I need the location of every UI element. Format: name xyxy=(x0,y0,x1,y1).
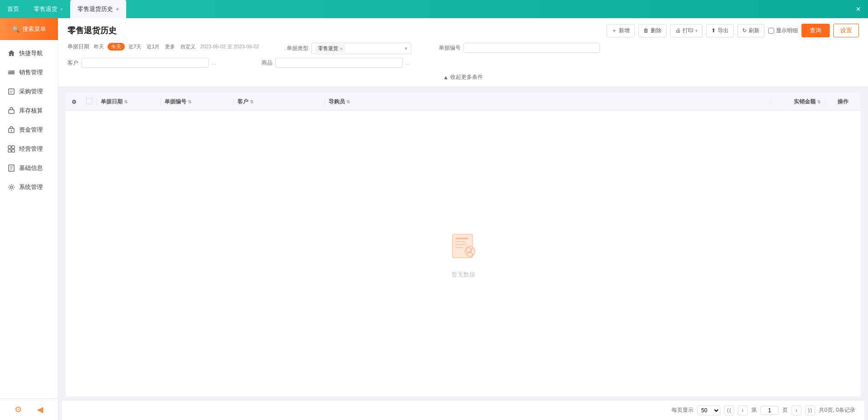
sidebar-item-inventory[interactable]: 库存核算 xyxy=(0,101,58,120)
print-label: 打印 xyxy=(683,27,693,35)
delete-button[interactable]: 🗑 删除 xyxy=(638,24,667,37)
sidebar-item-sales-mgmt[interactable]: 销售管理 xyxy=(0,63,58,82)
date-buttons-group: 昨天 今天 近7天 近1月 更多 自定义 xyxy=(92,43,197,51)
th-guide[interactable]: 导购员 ⇅ xyxy=(324,98,770,106)
filter-row-2: 客户 ... 商品 ... xyxy=(67,58,859,68)
sidebar-item-system-mgmt[interactable]: 系统管理 xyxy=(0,178,58,197)
svg-rect-18 xyxy=(455,247,463,248)
toolbar: ＋ 新增 🗑 删除 🖨 打印 ▾ ⬆ 导出 xyxy=(606,24,859,37)
date-btn-custom[interactable]: 自定义 xyxy=(179,43,197,51)
th-action-label: 操作 xyxy=(837,98,848,106)
search-menu-icon: 🔍 xyxy=(12,26,20,33)
total-info: 共0页, 0条记录 xyxy=(819,406,855,414)
page-label: 第 xyxy=(751,406,757,414)
th-customer[interactable]: 客户 ⇅ xyxy=(233,98,324,106)
tab-retail-return-label: 零售退货 xyxy=(34,5,57,13)
th-date[interactable]: 单据日期 ⇅ xyxy=(97,98,160,106)
svg-rect-5 xyxy=(9,110,14,113)
page-input[interactable] xyxy=(760,406,779,415)
first-page-button[interactable]: ⟨⟨ xyxy=(724,405,734,415)
goods-filter: 商品 ... xyxy=(262,58,410,68)
collapse-row: ▲ 收起更多条件 xyxy=(67,72,859,83)
th-amount[interactable]: 实销金额 ⇅ xyxy=(770,98,824,106)
sidebar-item-quick-nav[interactable]: 快捷导航 xyxy=(0,44,58,63)
collapse-sidebar-icon[interactable]: ◀ xyxy=(37,405,43,415)
new-button[interactable]: ＋ 新增 xyxy=(606,24,635,37)
query-button[interactable]: 查询 xyxy=(801,24,830,37)
table-settings-icon[interactable]: ⚙ xyxy=(72,99,77,105)
type-tag-text: 零售退货 xyxy=(318,45,338,52)
date-btn-yesterday[interactable]: 昨天 xyxy=(92,43,106,51)
tab-retail-return[interactable]: 零售退货 × xyxy=(26,0,70,18)
date-btn-today[interactable]: 今天 xyxy=(108,43,125,51)
search-menu-button[interactable]: 🔍 搜索菜单 xyxy=(0,18,58,40)
sidebar-item-ops-mgmt-label: 经营管理 xyxy=(19,145,43,153)
type-tag-remove[interactable]: × xyxy=(340,46,343,51)
collapse-button[interactable]: ▲ 收起更多条件 xyxy=(443,72,483,83)
th-amount-sort: ⇅ xyxy=(817,99,821,104)
page-title-row: 零售退货历史 ＋ 新增 🗑 删除 🖨 打印 ▾ xyxy=(67,24,859,37)
last-page-button[interactable]: ⟩⟩ xyxy=(805,405,815,415)
th-settings[interactable]: ⚙ xyxy=(66,99,82,105)
th-checkbox[interactable] xyxy=(82,98,97,106)
svg-rect-8 xyxy=(8,146,11,149)
th-guide-sort: ⇅ xyxy=(346,99,350,104)
tab-retail-return-close[interactable]: × xyxy=(60,6,63,12)
date-filter: 单据日期 昨天 今天 近7天 近1月 更多 自定义 2023-06-02 至 2… xyxy=(67,43,259,51)
date-btn-more[interactable]: 更多 xyxy=(163,43,177,51)
sidebar-item-inventory-label: 库存核算 xyxy=(19,107,43,115)
tab-retail-return-history[interactable]: 零售退货历史 × xyxy=(70,0,126,18)
type-tag: 零售退货 × xyxy=(315,45,345,52)
tab-home[interactable]: 首页 xyxy=(0,0,26,18)
settings-bottom-icon[interactable]: ⚙ xyxy=(15,405,22,415)
th-number-label: 单据编号 xyxy=(164,98,186,106)
goods-input[interactable] xyxy=(275,58,403,68)
svg-rect-17 xyxy=(455,244,467,245)
svg-rect-16 xyxy=(455,241,465,242)
page-size-select[interactable]: 50 10 20 100 xyxy=(697,405,720,415)
customer-dots[interactable]: ... xyxy=(211,60,216,66)
next-page-button[interactable]: › xyxy=(791,405,801,415)
sales-icon xyxy=(7,68,15,77)
customer-filter-label: 客户 xyxy=(67,59,78,67)
sidebar-item-basic-info[interactable]: 基础信息 xyxy=(0,159,58,178)
page-unit-label: 页 xyxy=(782,406,788,414)
tab-retail-return-history-close[interactable]: × xyxy=(116,6,118,12)
window-close-button[interactable]: × xyxy=(848,0,868,18)
purchase-icon xyxy=(7,87,15,96)
date-filter-label: 单据日期 xyxy=(67,43,89,51)
select-all-checkbox[interactable] xyxy=(86,98,92,104)
filter-row-1: 单据日期 昨天 今天 近7天 近1月 更多 自定义 2023-06-02 至 2… xyxy=(67,43,859,54)
number-input[interactable] xyxy=(463,43,600,53)
pagination: 每页显示 50 10 20 100 ⟨⟨ ‹ 第 页 › ⟩⟩ 共0页, 0条记… xyxy=(62,400,864,420)
svg-rect-11 xyxy=(12,149,15,152)
export-button[interactable]: ⬆ 导出 xyxy=(706,24,734,37)
number-filter-label: 单据编号 xyxy=(439,44,461,52)
date-btn-7days[interactable]: 近7天 xyxy=(127,43,143,51)
refresh-button[interactable]: ↻ 刷新 xyxy=(737,24,765,37)
svg-rect-1 xyxy=(8,72,15,73)
prev-page-button[interactable]: ‹ xyxy=(738,405,748,415)
empty-text: 暂无数据 xyxy=(452,271,475,279)
type-select[interactable]: 零售退货 × ▾ xyxy=(311,43,411,54)
th-number[interactable]: 单据编号 ⇅ xyxy=(160,98,233,106)
sidebar-item-ops-mgmt[interactable]: 经营管理 xyxy=(0,139,58,159)
svg-rect-15 xyxy=(455,238,468,239)
th-date-label: 单据日期 xyxy=(101,98,123,106)
delete-icon: 🗑 xyxy=(643,27,649,34)
filter-area: 单据日期 昨天 今天 近7天 近1月 更多 自定义 2023-06-02 至 2… xyxy=(67,43,859,87)
sidebar-item-finance-mgmt[interactable]: 资金管理 xyxy=(0,120,58,139)
customer-input[interactable] xyxy=(81,58,209,68)
print-button[interactable]: 🖨 打印 ▾ xyxy=(670,24,703,37)
sidebar-nav: 快捷导航 销售管理 采购管理 库存核算 xyxy=(0,40,58,398)
setting-button[interactable]: 设置 xyxy=(833,24,859,37)
date-btn-1month[interactable]: 近1月 xyxy=(145,43,161,51)
goods-dots[interactable]: ... xyxy=(406,60,410,66)
show-detail-checkbox-label[interactable]: 显示明细 xyxy=(768,27,798,35)
top-bar: 首页 零售退货 × 零售退货历史 × × xyxy=(0,0,868,18)
print-chevron: ▾ xyxy=(695,28,698,33)
th-customer-label: 客户 xyxy=(237,98,248,106)
svg-rect-2 xyxy=(8,73,15,74)
show-detail-checkbox[interactable] xyxy=(768,28,774,34)
sidebar-item-purchase-mgmt[interactable]: 采购管理 xyxy=(0,82,58,101)
